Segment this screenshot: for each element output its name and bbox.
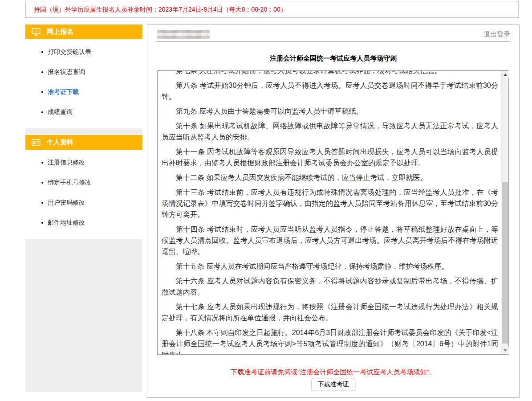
header-divider [156,41,510,42]
bullet-icon [41,182,43,184]
rule-paragraph: 第八条 考试开始30分钟后，应考人员不得进入考场。应考人员交卷退场时间不得早于考… [162,80,498,102]
rule-paragraph: 第十条 如果出现考试机故障、网络故障或供电故障等异常情况，导致应考人员无法正常考… [162,120,498,143]
sidebar-item-score-inquiry[interactable]: 成绩查询 [25,102,142,122]
bullet-icon [41,222,43,224]
sidebar-list-online-registration: 打印交费确认表 报名状态查询 准考证下载 成绩查询 [25,39,142,128]
scroll-up-button[interactable] [501,71,509,78]
download-admission-ticket-button[interactable]: 下载准考证 [312,379,355,390]
id-card-icon [31,138,41,147]
sidebar-item-edit-bound-phone[interactable]: 绑定手机号修改 [25,172,142,192]
bullet-icon [41,202,43,204]
arrow-down-icon [504,349,507,352]
scrollbar-thumb[interactable] [502,182,508,344]
sidebar-section-title: 网上报名 [47,28,73,36]
rule-paragraph: 第七条 入座后考试开始前，应考人员可以登录计算机考试界面，核对考试相关信息。 [162,71,498,76]
sidebar-item-label: 注册信息修改 [48,159,85,167]
exam-rules-text: 第七条 入座后考试开始前，应考人员可以登录计算机考试界面，核对考试相关信息。 第… [158,71,501,354]
sidebar-section-online-registration: 网上报名 打印交费确认表 报名状态查询 准考证下载 成绩查询 [25,25,142,128]
sidebar-item-admission-ticket-download[interactable]: 准考证下载 [25,82,142,102]
bullet-icon [41,91,43,93]
sidebar-list-personal-info: 注册信息修改 绑定手机号修改 用户密码修改 邮件地址修改 [25,150,142,239]
rule-paragraph: 第十一条 因考试机故障等客观原因导致应考人员答题时间出现损失，应考人员可以当场向… [162,146,498,168]
bullet-icon [41,51,43,53]
sidebar-item-label: 打印交费确认表 [48,48,91,56]
arrow-up-icon [504,74,507,76]
bullet-icon [41,71,43,73]
download-notice: 下载准考证前请先阅读“注册会计师全国统一考试应考人员考场须知”。 [147,368,519,376]
sidebar-section-personal-info: 个人资料 注册信息修改 绑定手机号修改 用户密码修改 邮件地址修改 [25,135,142,239]
rule-paragraph: 第十六条 应考人员对试题内容负有保密义务，不得将试题内容抄录或复制后带出考场，不… [162,275,498,298]
sidebar-item-label: 准考证下载 [48,88,79,96]
rule-paragraph: 第十二条 如果应考人员因突发疾病不能继续考试的，应当停止考试，立即就医。 [162,172,498,183]
bullet-icon [41,111,43,113]
banner-text: 持国（境）外学历应届生报名人员补录时间：2023年7月24日-8月4日（每天8：… [34,6,287,13]
sidebar-item-registration-status[interactable]: 报名状态查询 [25,62,142,82]
rule-paragraph: 第九条 应考人员由于答题需要可以向监考人员申请草稿纸。 [162,106,498,117]
main-panel: 退出登录 注册会计师全国统一考试应考人员考场守则 第七条 入座后考试开始前，应考… [147,25,520,398]
sidebar-section-title: 个人资料 [47,138,73,147]
redacted-username [157,30,210,39]
rule-paragraph: 第十八条 本守则自印发之日起施行。2014年6月3日财政部注册会计师考试委员会印… [162,327,498,354]
rule-paragraph: 第十三条 考试结束前，应考人员有违规行为或特殊情况需离场处理的，应当经监考人员批… [162,187,498,220]
sidebar-header-online-registration: 网上报名 [25,25,142,39]
page-title: 注册会计师全国统一考试应考人员考场守则 [147,54,519,63]
sidebar-item-label: 邮件地址修改 [48,219,85,227]
sidebar-header-personal-info: 个人资料 [25,135,142,150]
sidebar-item-edit-registration-info[interactable]: 注册信息修改 [25,152,142,172]
supplementary-registration-banner: 持国（境）外学历应届生报名人员补录时间：2023年7月24日-8月4日（每天8：… [25,1,519,18]
rule-paragraph: 第十五条 应考人员在考试期间应当严格遵守考场纪律，保持考场肃静，维护考场秩序。 [162,261,498,272]
sidebar-item-label: 用户密码修改 [48,199,85,207]
sidebar-item-label: 绑定手机号修改 [48,179,91,187]
sidebar: 网上报名 打印交费确认表 报名状态查询 准考证下载 成绩查询 [25,25,142,392]
monitor-icon [31,27,41,37]
bullet-icon [41,162,43,164]
sidebar-item-print-payment-confirmation[interactable]: 打印交费确认表 [25,42,142,62]
vertical-scrollbar[interactable] [501,71,508,354]
sidebar-item-label: 报名状态查询 [48,68,85,76]
scroll-down-button[interactable] [501,347,509,354]
exam-rules-scrollbox[interactable]: 第七条 入座后考试开始前，应考人员可以登录计算机考试界面，核对考试相关信息。 第… [157,70,509,355]
rule-paragraph: 第十七条 应考人员如果出现违规行为，将按照《注册会计师全国统一考试违规行为处理办… [162,301,498,323]
sidebar-item-edit-email[interactable]: 邮件地址修改 [25,213,142,233]
sidebar-item-edit-password[interactable]: 用户密码修改 [25,192,142,213]
logout-link[interactable]: 退出登录 [483,30,510,39]
sidebar-item-label: 成绩查询 [48,108,73,116]
rule-paragraph: 第十四条 考试结束时，应考人员应当听从监考人员指令，停止答题，将草稿纸整理好放在… [162,224,498,257]
